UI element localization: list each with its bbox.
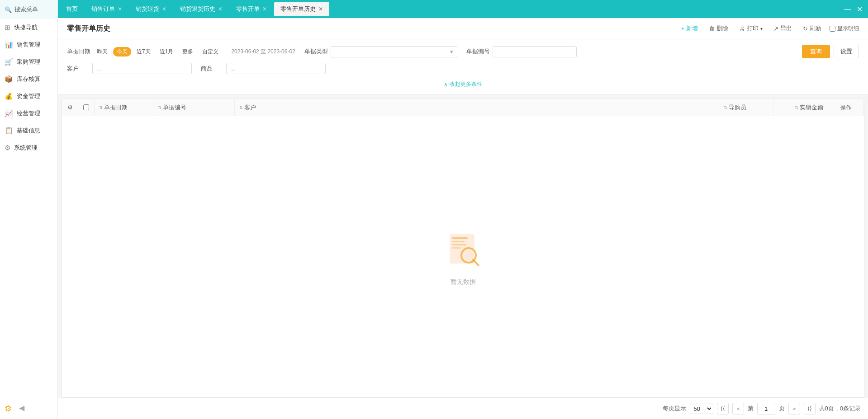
th-num[interactable]: ⇅ 单据编号 [153, 99, 235, 116]
per-page-select[interactable]: 20 50 100 200 [690, 404, 713, 414]
th-amount[interactable]: ⇅ 实销金额 [773, 99, 828, 116]
th-date[interactable]: ⇅ 单据日期 [95, 99, 153, 116]
display-detail-input[interactable] [830, 26, 835, 32]
query-button[interactable]: 查询 [802, 45, 830, 58]
sort-icon-num: ⇅ [158, 105, 161, 110]
th-guide-label: 导购员 [729, 104, 746, 112]
svg-rect-4 [452, 247, 461, 249]
chevron-up-icon: ∧ [444, 81, 448, 88]
display-detail-checkbox[interactable]: 显示明细 [830, 25, 859, 33]
sidebar-item-operations[interactable]: 📈 经营管理 [0, 105, 57, 122]
sidebar-search-label: 搜索采单 [14, 5, 38, 14]
page-title: 零售开单历史 [67, 24, 110, 33]
goods-input[interactable]: ... [226, 63, 326, 74]
tab-retail-open-history[interactable]: 零售开单历史 ✕ [274, 2, 329, 16]
collapse-button[interactable]: ∧ 收起更多条件 [444, 80, 482, 88]
add-button[interactable]: + 新增 [678, 23, 701, 34]
th-customer[interactable]: ⇅ 客户 [235, 99, 719, 116]
sort-icon-guide: ⇅ [724, 105, 727, 110]
close-btn[interactable]: ✕ [857, 5, 863, 14]
doc-num-filter-item: 单据编号 [466, 46, 577, 57]
prev-page-btn[interactable]: ＜ [732, 403, 744, 414]
date-btn-more[interactable]: 更多 [179, 47, 197, 56]
sort-icon-amount: ⇅ [795, 105, 798, 110]
tab-sales-return-history-label: 销货退货历史 [180, 5, 215, 13]
page-label: 第 [748, 405, 754, 413]
date-shortcuts: 昨天 今天 近7天 近1月 更多 自定义 [93, 47, 222, 56]
settings-bottom-icon[interactable]: ⚙ [5, 404, 12, 414]
tab-bar: 首页 销售订单 ✕ 销货退货 ✕ 销货退货历史 ✕ 零售开单 ✕ 零售开单历史 … [58, 0, 868, 18]
page-number-input[interactable]: 1 [757, 403, 775, 414]
tab-retail-open-close[interactable]: ✕ [262, 6, 267, 12]
sidebar-bottom: ⚙ ◀ [0, 398, 57, 419]
table-area: ⚙ ⇅ 单据日期 ⇅ 单据编号 ⇅ 客户 ⇅ [62, 99, 864, 398]
sidebar-item-sys-mgmt[interactable]: ⚙ 系统管理 [0, 139, 57, 156]
tab-retail-open[interactable]: 零售开单 ✕ [230, 2, 273, 16]
date-btn-yesterday[interactable]: 昨天 [93, 47, 111, 56]
filter-panel: 单据日期 昨天 今天 近7天 近1月 更多 自定义 2023-06-02 至 2… [58, 39, 868, 95]
th-check[interactable] [78, 99, 95, 116]
tab-sales-return[interactable]: 销货退货 ✕ [129, 2, 173, 16]
collapse-label: 收起更多条件 [450, 80, 482, 88]
sidebar-item-quick-nav[interactable]: ⊞ 快捷导航 [0, 19, 57, 36]
th-date-label: 单据日期 [104, 104, 128, 112]
doc-num-input[interactable] [493, 46, 577, 57]
sidebar-item-purchase-mgmt[interactable]: 🛒 采购管理 [0, 53, 57, 71]
tab-sales-return-close[interactable]: ✕ [162, 6, 166, 12]
svg-rect-3 [452, 244, 466, 245]
basic-info-icon: 📋 [5, 127, 13, 135]
tab-sales-return-history[interactable]: 销货退货历史 ✕ [174, 2, 229, 16]
first-page-btn[interactable]: ⟨⟨ [717, 403, 729, 414]
date-filter-item: 单据日期 昨天 今天 近7天 近1月 更多 自定义 [67, 47, 222, 56]
sidebar-search[interactable]: 🔍 搜索采单 [0, 0, 57, 19]
sidebar-item-finance[interactable]: 💰 资金管理 [0, 88, 57, 105]
print-icon: 🖨 [739, 25, 745, 32]
doc-type-select[interactable]: ▾ [331, 46, 457, 57]
sidebar-item-sales-mgmt[interactable]: 📊 销售管理 [0, 36, 57, 53]
export-label: 导出 [780, 24, 792, 33]
tab-sales-return-history-close[interactable]: ✕ [218, 6, 223, 12]
delete-label: 删除 [716, 24, 728, 33]
purchase-mgmt-icon: 🛒 [5, 58, 13, 66]
tab-home[interactable]: 首页 [60, 2, 84, 16]
sidebar-item-label: 资金管理 [17, 92, 40, 100]
date-btn-1month[interactable]: 近1月 [156, 47, 177, 56]
sidebar-item-basic-info[interactable]: 📋 基础信息 [0, 122, 57, 139]
collapse-sidebar-icon[interactable]: ◀ [19, 404, 24, 414]
date-btn-custom[interactable]: 自定义 [199, 47, 222, 56]
th-action-label: 操作 [840, 104, 852, 112]
tab-sales-order-close[interactable]: ✕ [118, 6, 122, 12]
tab-sales-order[interactable]: 销售订单 ✕ [85, 2, 128, 16]
date-btn-today[interactable]: 今天 [113, 47, 131, 56]
export-button[interactable]: ↗ 导出 [771, 23, 795, 34]
th-customer-label: 客户 [244, 104, 256, 112]
add-label: + 新增 [681, 24, 698, 33]
tab-retail-open-history-close[interactable]: ✕ [318, 6, 323, 12]
th-guide[interactable]: ⇅ 导购员 [719, 99, 773, 116]
pagination-bar: 每页显示 20 50 100 200 ⟨⟨ ＜ 第 1 页 ＞ ⟩⟩ 共0页，0… [58, 398, 868, 419]
goods-placeholder: ... [230, 65, 235, 72]
tab-sales-order-label: 销售订单 [91, 5, 115, 13]
refresh-button[interactable]: ↻ 刷新 [800, 23, 824, 34]
print-button[interactable]: 🖨 打印 ▾ [736, 23, 765, 34]
toolbar: + 新增 🗑 删除 🖨 打印 ▾ ↗ 导出 ↻ 刷新 [678, 23, 859, 34]
delete-button[interactable]: 🗑 删除 [706, 23, 731, 34]
date-btn-7days[interactable]: 近7天 [133, 47, 154, 56]
sidebar-item-inventory[interactable]: 📦 库存核算 [0, 71, 57, 88]
settings-button[interactable]: 设置 [834, 45, 859, 58]
next-page-btn[interactable]: ＞ [788, 403, 800, 414]
th-settings[interactable]: ⚙ [62, 99, 78, 116]
goods-filter-item: 商品 ... [201, 63, 326, 74]
select-all-checkbox[interactable] [83, 104, 89, 110]
svg-rect-2 [452, 241, 465, 242]
filter-row-1: 单据日期 昨天 今天 近7天 近1月 更多 自定义 2023-06-02 至 2… [67, 45, 859, 58]
sidebar-item-label: 采购管理 [17, 58, 40, 66]
th-num-label: 单据编号 [163, 104, 186, 112]
delete-icon: 🗑 [709, 25, 715, 32]
print-label: 打印 [747, 24, 759, 33]
last-page-btn[interactable]: ⟩⟩ [804, 403, 816, 414]
customer-input[interactable]: ... [92, 63, 192, 74]
minimize-btn[interactable]: — [844, 5, 851, 13]
page-unit-label: 页 [779, 405, 785, 413]
total-info: 共0页，0条记录 [819, 405, 861, 413]
